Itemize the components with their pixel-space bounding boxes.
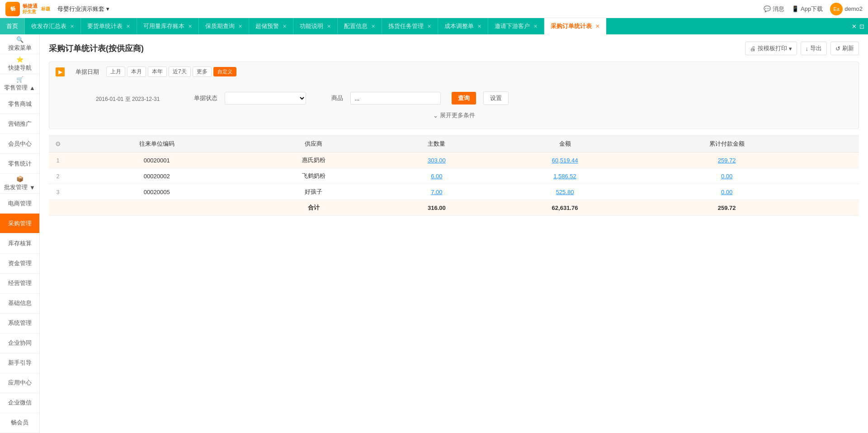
close-icon[interactable]: ✕: [238, 24, 242, 29]
sidebar-item-wechat[interactable]: 企业微信: [0, 393, 39, 413]
logo-area: 畅 畅捷通 好生意 标题: [5, 2, 50, 16]
tab-label: 保质期查询: [205, 22, 235, 30]
date-btn-this-month[interactable]: 本月: [127, 67, 146, 77]
sidebar-item-retail-mall[interactable]: 零售商城: [0, 94, 39, 114]
sidebar-item-quicknav[interactable]: ⭐ 快捷导航: [0, 54, 39, 74]
dropdown-arrow-icon: ▾: [789, 45, 792, 52]
star-icon: ⭐: [16, 56, 24, 63]
industry-label: 母婴行业演示账套: [57, 5, 104, 13]
tab-yaoqing[interactable]: 邀请下游客户 ✕: [488, 18, 544, 34]
column-settings-icon[interactable]: ⚙: [55, 140, 61, 148]
expand-conditions-button[interactable]: ⌄ 展开更多条件: [428, 109, 481, 121]
query-button[interactable]: 查询: [452, 92, 476, 105]
table-footer: 合计 316.00 62,631.76 259.72: [49, 200, 859, 216]
top-bar-right: 💬 消息 📱 App下载 Ea demo2: [764, 3, 863, 15]
col-amount: 金额: [493, 136, 637, 152]
tab-gongneng[interactable]: 功能说明 ✕: [293, 18, 338, 34]
tab-chengben[interactable]: 成本调整单 ✕: [438, 18, 488, 34]
sidebar-item-ecommerce[interactable]: 电商管理: [0, 194, 39, 214]
col-extra: [816, 136, 859, 152]
row-code: 00020001: [67, 152, 246, 168]
col-settings: ⚙: [49, 136, 67, 152]
tab-label: 采购订单统计表: [551, 22, 592, 30]
tab-baozhi[interactable]: 保质期查询 ✕: [199, 18, 249, 34]
sidebar-item-operations[interactable]: 经营管理: [0, 274, 39, 294]
footer-amount: 62,631.76: [493, 200, 637, 216]
tab-chaochuyujing[interactable]: 超储预警 ✕: [249, 18, 293, 34]
close-icon[interactable]: ✕: [126, 24, 130, 29]
date-btn-custom[interactable]: 自定义: [213, 67, 236, 76]
sidebar-item-retail-mgmt[interactable]: 🛒 零售管理 ▲: [0, 74, 39, 94]
logo-text: 畅捷通: [23, 3, 38, 9]
close-icon[interactable]: ✕: [427, 24, 431, 29]
row-paid: 0.00: [637, 168, 816, 184]
tab-home[interactable]: 首页: [0, 18, 25, 34]
sidebar-item-finance[interactable]: 资金管理: [0, 254, 39, 274]
user-area[interactable]: Ea demo2: [830, 3, 863, 15]
tab-label: 功能说明: [300, 22, 323, 30]
sidebar-item-enterprise[interactable]: 企业协同: [0, 333, 39, 353]
sidebar-item-search[interactable]: 🔍 搜索菜单: [0, 34, 39, 54]
retail-icon: 🛒: [16, 76, 24, 83]
footer-empty2: [67, 200, 246, 216]
date-btn-this-year[interactable]: 本年: [148, 67, 167, 77]
tab-keyongliang[interactable]: 可用量库存账本 ✕: [137, 18, 199, 34]
sidebar-label: 基础信息: [8, 299, 32, 307]
filter-toggle[interactable]: ▶: [56, 67, 65, 76]
export-button[interactable]: ↓ 导出: [801, 42, 827, 55]
print-button[interactable]: 🖨 按模板打印 ▾: [745, 42, 797, 55]
close-icon[interactable]: ✕: [70, 24, 74, 29]
sidebar-item-system[interactable]: 系统管理: [0, 314, 39, 333]
sidebar-item-newbie[interactable]: 新手引导: [0, 353, 39, 373]
sidebar-item-marketing[interactable]: 营销推广: [0, 114, 39, 134]
close-icon[interactable]: ✕: [188, 24, 192, 29]
message-btn[interactable]: 💬 消息: [764, 5, 784, 13]
expand-section: ⌄ 展开更多条件: [56, 109, 852, 121]
sidebar-label: 企业微信: [8, 399, 32, 407]
close-icon[interactable]: ✕: [533, 24, 538, 29]
date-btn-last-month[interactable]: 上月: [106, 67, 125, 77]
sidebar-item-member[interactable]: 会员中心: [0, 134, 39, 154]
row-supplier: 飞鹤奶粉: [246, 168, 380, 184]
row-paid: 259.72: [637, 152, 816, 168]
app-download-btn[interactable]: 📱 App下载: [792, 5, 823, 13]
tab-jianhuo[interactable]: 拣货任务管理 ✕: [382, 18, 438, 34]
tab-yaohuo[interactable]: 要货单统计表 ✕: [81, 18, 137, 34]
close-icon[interactable]: ✕: [283, 24, 287, 29]
expand-label: 展开更多条件: [440, 111, 475, 119]
status-select[interactable]: [225, 92, 306, 105]
close-icon[interactable]: ✕: [595, 24, 599, 29]
print-icon: 🖨: [750, 45, 756, 52]
sidebar-item-member2[interactable]: 畅会员: [0, 413, 39, 433]
industry-selector[interactable]: 母婴行业演示账套 ▾: [57, 5, 109, 13]
col-paid: 累计付款金额: [637, 136, 816, 152]
sidebar-item-retail-stats[interactable]: 零售统计: [0, 154, 39, 174]
tab-peizhi[interactable]: 配置信息 ✕: [338, 18, 382, 34]
maximize-icon[interactable]: ⊡: [859, 23, 864, 30]
sidebar-item-purchase[interactable]: 采购管理: [0, 214, 39, 233]
print-label: 按模板打印: [758, 44, 787, 52]
row-quantity: 7.00: [381, 184, 493, 200]
close-window-icon[interactable]: ✕: [852, 23, 857, 30]
close-icon[interactable]: ✕: [327, 24, 331, 29]
footer-extra: [816, 200, 859, 216]
refresh-button[interactable]: ↺ 刷新: [830, 42, 859, 55]
sidebar-item-wholesale[interactable]: 📦 批发管理 ▼: [0, 174, 39, 194]
date-btn-7days[interactable]: 近7天: [169, 67, 191, 77]
row-amount: 525.80: [493, 184, 637, 200]
close-icon[interactable]: ✕: [371, 24, 375, 29]
col-code: 往来单位编码: [67, 136, 246, 152]
date-btn-more[interactable]: 更多: [193, 67, 212, 77]
goods-input[interactable]: [350, 92, 441, 105]
tab-caigou-active[interactable]: 采购订单统计表 ✕: [544, 18, 606, 34]
tab-shoufacun[interactable]: 收发存汇总表 ✕: [25, 18, 81, 34]
settings-button[interactable]: 设置: [483, 91, 509, 105]
sidebar-item-basic[interactable]: 基础信息: [0, 294, 39, 314]
logo-icon: 畅: [5, 2, 20, 16]
sidebar-label: 搜索菜单: [8, 44, 32, 52]
close-icon[interactable]: ✕: [477, 24, 481, 29]
sidebar-item-inventory[interactable]: 库存核算: [0, 233, 39, 253]
footer-quantity: 316.00: [381, 200, 493, 216]
sidebar-item-appstore[interactable]: 应用中心: [0, 373, 39, 393]
header-actions: 🖨 按模板打印 ▾ ↓ 导出 ↺ 刷新: [745, 42, 859, 55]
